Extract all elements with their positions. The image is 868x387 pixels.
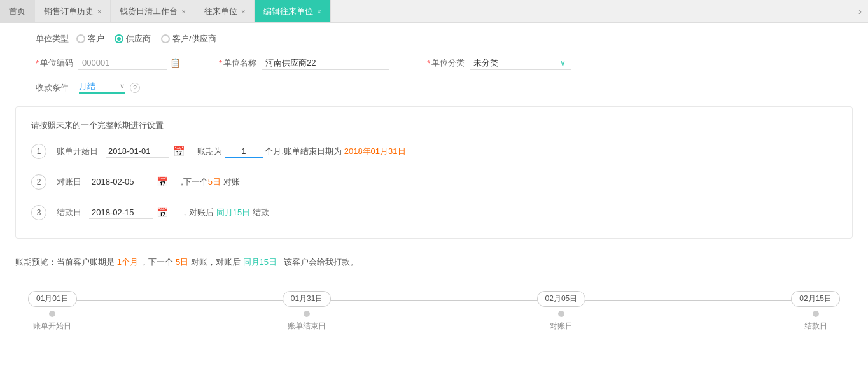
period-end-date: 2018年01月31日 [344,146,406,157]
period-row-3: 3 结款日 📅 ，对账后 同月15日 结款 [31,205,837,220]
period-desc-2: ,下一个5日 对账 [176,176,240,188]
unit-name-label: 单位名称 [223,57,256,69]
unit-code-input[interactable] [78,56,167,70]
close-edit-counterparty-icon[interactable]: × [317,8,321,15]
unit-category-select[interactable]: 未分类 [470,56,571,70]
unit-name-group: * 单位名称 [219,56,389,70]
period-date-input-1[interactable] [106,145,169,158]
calendar-icon-1[interactable]: 📅 [173,146,185,157]
tl-node-3: 02月05日 对账日 [537,291,586,332]
unit-info-row: * 单位编码 📋 * 单位名称 * 单位分类 未分类 ∨ [36,56,853,70]
radio-supplier[interactable]: 供应商 [115,33,151,45]
radio-both-circle [161,34,170,43]
period-desc-1: 账期为 个月,账单结束日期为 2018年01月31日 [193,145,406,158]
tl-dot-1 [49,311,55,317]
tl-label-1: 账单开始日 [33,321,71,332]
period-date-input-2[interactable] [89,176,153,188]
close-counterparty-icon[interactable]: × [241,8,245,15]
tl-dot-3 [558,311,564,317]
main-content: 单位类型 客户 供应商 客户/供应商 * 单位编码 📋 * [0,23,868,387]
radio-both[interactable]: 客户/供应商 [161,33,216,45]
period-num-2: 2 [31,174,46,190]
tl-date-4: 02月15日 [791,291,840,307]
unit-code-group: * 单位编码 📋 [36,56,181,70]
period-row-1: 1 账单开始日 📅 账期为 个月,账单结束日期为 2018年01月31日 [31,144,837,159]
tab-sales-history[interactable]: 销售订单历史 × [35,0,111,22]
tl-node-2: 01月31日 账单结束日 [283,291,332,332]
period-months-input[interactable] [225,145,263,158]
tl-dot-2 [304,311,310,317]
calendar-icon-3[interactable]: 📅 [157,207,169,218]
period-next-day: 5日 [208,176,221,188]
timeline-nodes: 01月01日 账单开始日 01月31日 账单结束日 02月05日 对账日 [28,291,840,332]
period-label-1: 账单开始日 [57,146,98,157]
unit-type-label: 单位类型 [36,33,69,45]
radio-supplier-circle [115,34,123,43]
close-cash-work-icon[interactable]: × [181,8,185,15]
period-num-3: 3 [31,205,46,220]
help-icon[interactable]: ? [130,83,140,93]
tl-label-4: 结款日 [804,321,827,332]
period-pay-day: 同月15日 [216,207,250,218]
period-row-2: 2 对账日 📅 ,下一个5日 对账 [31,174,837,190]
tab-edit-counterparty[interactable]: 编辑往来单位 × [255,0,330,22]
payment-condition-select[interactable]: 月结 [79,81,117,91]
payment-select-wrapper: 月结 ∨ [79,81,125,94]
payment-condition-row: 收款条件 月结 ∨ ? [36,81,853,94]
tab-cash-work[interactable]: 钱货日清工作台 × [111,0,195,22]
preview-text: 账期预览：当前客户账期是 1个月 ，下一个 5日 对账，对账后 同月15日 该客… [15,257,853,268]
unit-type-radio-group: 客户 供应商 客户/供应商 [76,33,216,45]
period-num-1: 1 [31,144,46,159]
tab-home[interactable]: 首页 [0,0,35,22]
unit-code-label: 单位编码 [40,57,73,69]
tab-bar: 首页 销售订单历史 × 钱货日清工作台 × 往来单位 × 编辑往来单位 × › [0,0,868,23]
unit-name-input[interactable] [262,56,389,70]
payment-chevron-icon: ∨ [120,82,125,90]
tl-date-2: 01月31日 [283,291,332,307]
unit-category-label: 单位分类 [431,57,465,69]
tl-date-3: 02月05日 [537,291,586,307]
radio-customer-circle [76,34,85,43]
tl-node-4: 02月15日 结款日 [791,291,840,332]
period-label-2: 对账日 [57,176,81,188]
unit-category-dropdown: 未分类 ∨ [470,56,566,70]
tl-label-3: 对账日 [550,321,573,332]
tl-date-1: 01月01日 [28,291,77,307]
preview-highlight3: 同月15日 [243,257,277,267]
period-label-3: 结款日 [57,207,81,218]
preview-highlight2: 5日 [176,257,188,267]
tab-counterparty[interactable]: 往来单位 × [195,0,255,22]
radio-customer[interactable]: 客户 [76,33,104,45]
timeline-container: 01月01日 账单开始日 01月31日 账单结束日 02月05日 对账日 [15,281,853,332]
period-date-input-3[interactable] [89,206,153,219]
tl-label-2: 账单结束日 [288,321,326,332]
calendar-icon-2[interactable]: 📅 [157,176,169,188]
unit-type-row: 单位类型 客户 供应商 客户/供应商 [36,33,853,45]
preview-section: 账期预览：当前客户账期是 1个月 ，下一个 5日 对账，对账后 同月15日 该客… [15,249,853,337]
close-sales-history-icon[interactable]: × [97,8,101,15]
payment-condition-label: 收款条件 [36,82,69,94]
calendar-icon-code[interactable]: 📋 [170,58,181,68]
preview-highlight1: 1个月 [117,257,138,267]
period-card: 请按照未来的一个完整帐期进行设置 1 账单开始日 📅 账期为 个月,账单结束日期… [15,106,853,239]
unit-category-group: * 单位分类 未分类 ∨ [427,56,566,70]
tab-more-button[interactable]: › [852,6,868,17]
tl-dot-4 [813,311,819,317]
tl-node-1: 01月01日 账单开始日 [28,291,77,332]
period-card-title: 请按照未来的一个完整帐期进行设置 [31,120,837,131]
period-desc-3: ，对账后 同月15日 结款 [176,207,269,218]
